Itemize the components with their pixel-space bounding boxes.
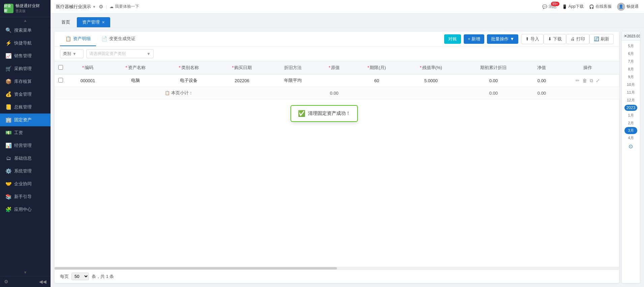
sidebar-item-fund[interactable]: 💰 资金管理 (0, 88, 51, 101)
company-selector[interactable]: 医疗器械行业演示 ▼ (56, 4, 96, 10)
sidebar-scroll-down[interactable]: ▼ (0, 269, 51, 276)
category-input[interactable]: 请选择固定资产类别 ▼ (86, 49, 154, 58)
tab-home[interactable]: 首页 (56, 17, 75, 27)
horizontal-scrollbar[interactable] (55, 267, 619, 269)
batch-dropdown-icon: ▼ (510, 36, 514, 41)
timeline-month-12[interactable]: 12月 (624, 96, 638, 104)
avatar: 👤 (617, 3, 625, 11)
newbie-icon: 📚 (5, 194, 11, 200)
edit-icon[interactable]: ✏ (576, 78, 580, 83)
reconcile-button[interactable]: 对账 (444, 34, 461, 44)
logo-text: 畅捷通好业财 (16, 3, 40, 9)
timeline-month-11[interactable]: 11月 (624, 89, 638, 96)
more-icon[interactable]: ⤢ (596, 78, 600, 83)
close-panel-icon[interactable]: ✕ (624, 34, 627, 38)
timeline-month-2[interactable]: 2月 (624, 119, 638, 127)
action-icons: ✏ 🗑 ⧉ ⤢ (559, 78, 616, 84)
copy-icon[interactable]: ⧉ (590, 78, 593, 84)
timeline-month-3[interactable]: 3月 (624, 127, 638, 134)
category-dropdown-icon: ▼ (72, 52, 76, 56)
sidebar-item-inventory[interactable]: 📦 库存核算 (0, 75, 51, 88)
customer-service-btn[interactable]: 🎧 在线客服 (589, 4, 612, 9)
total-label: 条，共 1 条 (92, 274, 114, 280)
customer-service-label: 在线客服 (595, 4, 612, 9)
import-icon: ⬆ (525, 36, 529, 41)
search-icon: 🔍 (5, 27, 11, 33)
sidebar-scroll-up[interactable]: ▲ (0, 17, 51, 24)
timeline-month-9[interactable]: 9月 (624, 73, 638, 81)
sidebar-item-fixed-assets[interactable]: 🏢 固定资产 (0, 114, 51, 126)
topbar-left: 医疗器械行业演示 ▼ ⚙ | ☁ 我要体验一下 (56, 4, 139, 10)
tab-asset-management[interactable]: 资产管理 ✕ (77, 17, 110, 27)
category-filter[interactable]: 类别 ▼ (60, 49, 84, 58)
messages-btn[interactable]: 💬 消息 99+ (542, 4, 557, 9)
filter-bar: 类别 ▼ 请选择固定资产类别 ▼ (55, 46, 619, 61)
import-button[interactable]: ⬆ 导入 (521, 34, 544, 44)
timeline-year-2023[interactable]: 2023 (624, 105, 638, 111)
download-icon: 📱 (562, 4, 567, 9)
basic-info-icon: 🗂 (5, 155, 11, 161)
col-checkbox (55, 61, 67, 74)
sub-tab-asset-detail[interactable]: 📋 资产明细 (60, 32, 96, 46)
sidebar-item-sales[interactable]: 📈 销售管理 (0, 50, 51, 62)
col-original-value: *原值 (317, 61, 351, 74)
print-label: 打印 (576, 36, 585, 42)
trial-label: 我要体验一下 (115, 4, 139, 9)
subtotal-original: 0.00 (317, 87, 351, 99)
col-depreciation-method: 折旧方法 (269, 61, 317, 74)
col-purchase-date: *购买日期 (215, 61, 269, 74)
sidebar-item-ledger[interactable]: 📒 总账管理 (0, 101, 51, 114)
sidebar-item-label: 基础信息 (14, 155, 32, 161)
timeline-month-6[interactable]: 6月 (624, 50, 638, 58)
delete-icon[interactable]: 🗑 (582, 78, 587, 83)
sidebar-item-purchase[interactable]: 🛒 采购管理 (0, 62, 51, 75)
col-initial-depreciation: 期初累计折旧 (460, 61, 527, 74)
timeline-month-1[interactable]: 1月 (624, 111, 638, 119)
user-profile[interactable]: 👤 畅捷通 (617, 3, 639, 11)
new-button[interactable]: + 新增 (464, 34, 484, 44)
tab-close-icon[interactable]: ✕ (102, 20, 105, 25)
trial-btn[interactable]: ☁ 我要体验一下 (110, 4, 139, 9)
sidebar-item-search[interactable]: 🔍 搜索菜单 (0, 24, 51, 37)
sidebar-item-management[interactable]: 📊 经营管理 (0, 139, 51, 152)
timeline-month-8[interactable]: 8月 (624, 65, 638, 73)
cell-depreciation-method: 年限平均 (269, 74, 317, 87)
app-download-btn[interactable]: 📱 App下载 (562, 4, 584, 9)
collapse-icon[interactable]: ◀◀ (39, 279, 47, 284)
import-label: 导入 (530, 36, 539, 42)
sidebar-item-enterprise[interactable]: 🤝 企业协同 (0, 178, 51, 190)
settings-icon[interactable]: ⚙ (4, 279, 8, 284)
right-panel-date: 2023.03 (627, 34, 640, 38)
select-all-checkbox[interactable] (58, 65, 63, 70)
sidebar-item-payroll[interactable]: 💵 工资 (0, 126, 51, 139)
cell-original-value (317, 74, 351, 87)
message-icon: 💬 (542, 4, 547, 9)
sidebar-item-newbie[interactable]: 📚 新手引导 (0, 190, 51, 203)
cell-operation: ✏ 🗑 ⧉ ⤢ (557, 74, 619, 87)
voucher-icon: 📄 (101, 36, 107, 41)
timeline-month-4[interactable]: 4月 (624, 134, 638, 142)
sidebar-item-system[interactable]: ⚙️ 系统管理 (0, 165, 51, 178)
download-button[interactable]: ⬇ 下载 (544, 34, 566, 44)
new-label: + 新增 (468, 36, 480, 42)
timeline-month-5[interactable]: 5月 (624, 42, 638, 50)
col-category: *类别名称 (162, 61, 215, 74)
app-center-icon: 🧩 (5, 206, 11, 213)
sidebar-item-basic-info[interactable]: 🗂 基础信息 (0, 152, 51, 165)
subtotal-row: 📋 本页小计： 0.00 0.00 0.00 (55, 87, 619, 99)
timeline-month-10[interactable]: 10月 (624, 81, 638, 89)
tabbar: 首页 资产管理 ✕ (51, 13, 644, 28)
sidebar-item-label: 应用中心 (14, 206, 32, 213)
sub-tab-voucher[interactable]: 📄 变更生成凭证 (96, 32, 141, 46)
row-checkbox[interactable] (58, 78, 63, 83)
per-page-select[interactable]: 50 100 200 (71, 273, 89, 280)
ledger-icon: 📒 (5, 104, 11, 110)
print-button[interactable]: 🖨 打印 (566, 34, 589, 44)
sidebar-item-app-center[interactable]: 🧩 应用中心 (0, 203, 51, 216)
sidebar-item-quick-nav[interactable]: ⚡ 快捷导航 (0, 37, 51, 50)
timeline-month-7[interactable]: 7月 (624, 58, 638, 65)
cloud-icon: ☁ (110, 4, 114, 9)
batch-operation-button[interactable]: 批量操作 ▼ (487, 34, 518, 44)
topbar-settings-icon[interactable]: ⚙ (99, 4, 103, 10)
refresh-button[interactable]: 🔄 刷新 (589, 34, 614, 44)
